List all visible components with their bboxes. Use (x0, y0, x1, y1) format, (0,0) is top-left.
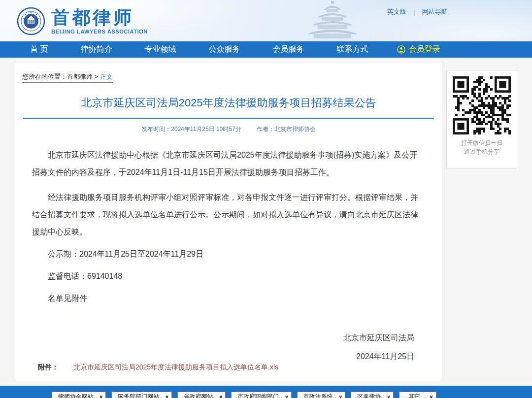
user-circle-icon (397, 45, 405, 54)
footer-select-district-lawyer-assoc[interactable]: ..区县律协..∨ (351, 392, 393, 398)
nav-item-practice-areas[interactable]: 专业领域 (128, 44, 192, 55)
main-nav: 首 页 律协简介 专业领域 公众服务 会员服务 联系方式 会员登录 (0, 41, 532, 58)
header-top-links: 英文版 | 网站导航 (387, 7, 447, 16)
breadcrumb-current[interactable]: 正文 (100, 73, 113, 80)
qr-caption-line1: 打开微信扫一扫 (447, 138, 517, 147)
wechat-share-card: 打开微信扫一扫 通过手机分享 (446, 70, 517, 168)
footer-select-city-legal-system[interactable]: ..市政法系统..∨ (297, 392, 345, 398)
chevron-down-icon: ∨ (285, 394, 289, 398)
chevron-down-icon: ∨ (99, 394, 103, 398)
footer-select-provincial-gov-sites[interactable]: ..省政府网站..∨ (177, 392, 226, 398)
footer-select-lawyer-associations[interactable]: ..律师协会网站..∨ (52, 392, 106, 398)
article-meta: 发布时间：2024年11月25日 10时57分 作者：北京市律师协会 (15, 125, 442, 133)
footer-select-label: ..省政府网站.. (180, 393, 216, 398)
footer-select-label: ..市政法系统.. (300, 393, 336, 398)
footer-link-selects: ..律师协会网站..∨ ..国务院部门网站..∨ ..省政府网站..∨ ..市政… (0, 392, 532, 398)
breadcrumb-home[interactable]: 首都律师 (67, 73, 93, 80)
article-title: 北京市延庆区司法局2025年度法律援助服务项目招募结果公告 (15, 96, 442, 110)
page: { "header": { "logo_title": "首都律师", "log… (0, 0, 532, 398)
paragraph-2: 经法律援助服务项目服务机构评审小组对照评审标准，对各申报文件逐一进行评审打分。根… (32, 189, 425, 240)
nav-item-home[interactable]: 首 页 (14, 44, 64, 55)
footer-select-state-council-sites[interactable]: ..国务院部门网站..∨ (111, 392, 171, 398)
footer-select-label: ..市政府职能部门.. (234, 393, 282, 398)
site-footer: ..律师协会网站..∨ ..国务院部门网站..∨ ..省政府网站..∨ ..市政… (0, 386, 532, 398)
english-version-link[interactable]: 英文版 (387, 7, 406, 16)
footer-select-label: ..区县律协.. (354, 393, 384, 398)
article-panel: 您所在的位置：首都律师 > 正文 北京市延庆区司法局2025年度法律援助服务项目… (15, 62, 442, 380)
chevron-down-icon: ∨ (165, 394, 169, 398)
footer-select-label: ..国务院部门网站.. (114, 393, 162, 398)
attachment-row: 附件： 北京市延庆区司法局2025年度法律援助服务项目拟入选单位名单.xls (38, 363, 432, 372)
nav-item-member-service[interactable]: 会员服务 (256, 44, 320, 55)
publicity-period: 公示期：2024年11月25日至2024年11月29日 (32, 245, 425, 263)
publish-time: 发布时间：2024年11月25日 10时57分 (141, 126, 241, 133)
association-emblem-icon (17, 7, 45, 35)
temple-of-heaven-icon (288, 0, 377, 40)
title-divider (23, 118, 434, 119)
breadcrumb-separator: > (93, 73, 100, 80)
signature-org: 北京市延庆区司法局 (15, 329, 414, 347)
top-links-separator: | (413, 8, 415, 16)
qr-caption-line2: 通过手机分享 (447, 147, 517, 156)
footer-select-city-gov-departments[interactable]: ..市政府职能部门..∨ (231, 392, 291, 398)
author: 作者：北京市律师协会 (257, 126, 316, 133)
attachment-label: 附件： (38, 363, 59, 371)
nav-item-public-service[interactable]: 公众服务 (192, 44, 256, 55)
sitemap-link[interactable]: 网站导航 (422, 7, 447, 16)
attachment-note: 名单见附件 (32, 290, 425, 307)
chevron-down-icon: ∨ (338, 394, 342, 398)
paragraph-1: 北京市延庆区法律援助中心根据《北京市延庆区司法局2025年度法律援助服务事项(招… (32, 146, 425, 181)
footer-select-others[interactable]: ....其它....∨ (399, 392, 436, 398)
chevron-down-icon: ∨ (387, 394, 391, 398)
breadcrumb: 您所在的位置：首都律师 > 正文 (22, 72, 113, 83)
footer-select-label: ....其它.... (402, 393, 427, 398)
chevron-down-icon: ∨ (219, 394, 223, 398)
article-body: 北京市延庆区法律援助中心根据《北京市延庆区司法局2025年度法律援助服务事项(招… (15, 146, 442, 307)
logo-title: 首都律师 (51, 8, 148, 28)
member-login-button[interactable]: 会员登录 (384, 44, 453, 55)
attachment-file-link[interactable]: 北京市延庆区司法局2025年度法律援助服务项目拟入选单位名单.xls (73, 363, 278, 371)
nav-item-about[interactable]: 律协简介 (64, 44, 128, 55)
breadcrumb-prefix: 您所在的位置： (22, 73, 67, 80)
nav-item-contact[interactable]: 联系方式 (320, 44, 384, 55)
logo[interactable]: 首都律师 BEIJING LAWYERS ASSOCIATION (17, 7, 148, 35)
qr-code-icon (453, 76, 511, 134)
site-header: 首都律师 BEIJING LAWYERS ASSOCIATION 英文版 | 网… (0, 0, 532, 41)
supervision-phone: 监督电话：69140148 (32, 267, 425, 285)
chevron-down-icon: ∨ (429, 394, 433, 398)
footer-select-label: ..律师协会网站.. (55, 393, 97, 398)
signature-block: 北京市延庆区司法局 2024年11月25日 (15, 329, 442, 366)
member-login-label: 会员登录 (408, 44, 440, 55)
logo-subtitle: BEIJING LAWYERS ASSOCIATION (51, 29, 148, 34)
